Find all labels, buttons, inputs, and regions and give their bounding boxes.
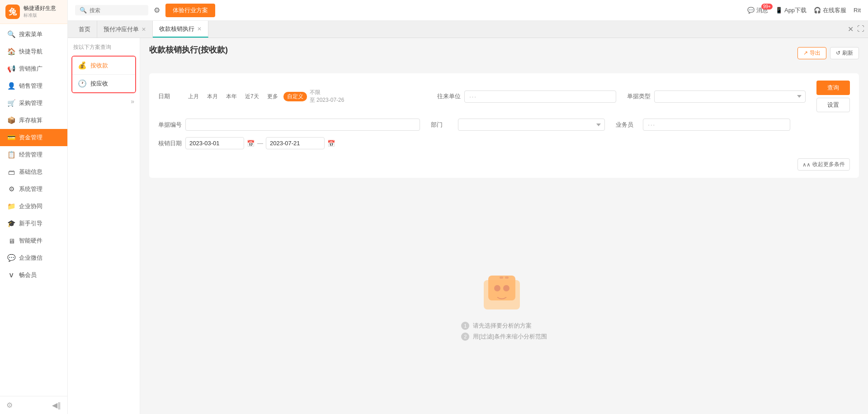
- verify-date-range: 📅 — 📅: [185, 137, 425, 149]
- verify-date-from-input[interactable]: [185, 137, 244, 149]
- doc-no-label: 单据编号: [158, 121, 182, 129]
- sidebar-item-sales[interactable]: 👤 销售管理: [0, 77, 67, 95]
- dept-label: 部门: [431, 121, 454, 129]
- sales-label: 业务员: [616, 121, 639, 129]
- counterpart-label: 往来单位: [437, 92, 461, 100]
- app-download-btn[interactable]: 📱 App下载: [775, 6, 807, 14]
- date-btn-last-month[interactable]: 上月: [185, 92, 202, 101]
- tab-prepay[interactable]: 预付冲应付单 ✕: [97, 21, 153, 38]
- svg-rect-1: [488, 276, 515, 300]
- message-btn[interactable]: 💬 消息 99+: [747, 6, 768, 14]
- sidebar-item-basic-info[interactable]: 🗃 基础信息: [0, 163, 67, 181]
- header-actions: ↗ 导出 ↺ 刷新: [797, 47, 859, 59]
- settings-btn[interactable]: 设置: [816, 98, 850, 112]
- doc-no-field: 单据编号: [158, 119, 420, 131]
- service-icon: 🎧: [814, 7, 821, 14]
- verify-date-label: 核销日期: [158, 139, 182, 148]
- filter-item-by-receivable[interactable]: 🕐 按应收: [72, 75, 135, 92]
- collapse-sidebar-icon[interactable]: ◀‖: [52, 401, 61, 409]
- sidebar-item-search[interactable]: 🔍 搜索菜单: [0, 26, 67, 43]
- sidebar-item-guide[interactable]: 🎓 新手引导: [0, 215, 67, 232]
- tabbar-controls: ✕ ⛶: [848, 25, 864, 33]
- sidebar-item-member[interactable]: V 畅会员: [0, 266, 67, 284]
- topbar-search-box[interactable]: 🔍: [75, 5, 148, 15]
- close-tab-icon[interactable]: ✕: [848, 25, 854, 33]
- basic-info-icon: 🗃: [7, 168, 15, 176]
- counterpart-input[interactable]: ···: [464, 90, 616, 103]
- sales-input[interactable]: ···: [643, 119, 790, 131]
- date-btn-more[interactable]: 更多: [264, 92, 281, 101]
- search-input[interactable]: [90, 7, 144, 14]
- verify-date-to-input[interactable]: [266, 137, 325, 149]
- collapse-row: ∧∧ 收起更多条件: [158, 158, 850, 171]
- empty-hints: 1 请先选择要分析的方案 2 用[过滤]条件来缩小分析范围: [461, 322, 547, 341]
- sidebar-item-management[interactable]: 📋 经营管理: [0, 146, 67, 163]
- collapse-filter-btn[interactable]: »: [131, 98, 134, 105]
- calendar-from-icon[interactable]: 📅: [247, 140, 255, 147]
- gear-icon[interactable]: ⚙: [154, 6, 160, 14]
- collapse-more-btn[interactable]: ∧∧ 收起更多条件: [797, 158, 850, 171]
- search-icon: 🔍: [7, 30, 15, 38]
- tab-home[interactable]: 首页: [71, 21, 97, 38]
- doc-no-input[interactable]: [185, 119, 420, 131]
- svg-rect-4: [500, 276, 503, 279]
- sidebar-item-hardware[interactable]: 🖥 智能硬件: [0, 232, 67, 249]
- form-row-3: 核销日期 📅 — 📅: [158, 137, 850, 149]
- logo-icon: 兔: [5, 5, 20, 19]
- tab-close-prepay[interactable]: ✕: [142, 26, 146, 33]
- sidebar-item-marketing[interactable]: 📢 营销推广: [0, 60, 67, 77]
- wechat-icon: 💬: [7, 254, 15, 262]
- sidebar-item-inventory[interactable]: 📦 库存核算: [0, 112, 67, 129]
- refresh-btn[interactable]: ↺ 刷新: [830, 47, 859, 59]
- sidebar-item-nav[interactable]: 🏠 快捷导航: [0, 43, 67, 60]
- export-icon: ↗: [803, 50, 808, 56]
- query-btn[interactable]: 查询: [816, 81, 850, 95]
- empty-hint-1: 1 请先选择要分析的方案: [461, 322, 547, 330]
- sidebar-item-collab[interactable]: 📁 企业协同: [0, 198, 67, 215]
- verify-date-field: 核销日期 📅 — 📅: [158, 137, 425, 149]
- sidebar-footer: ⚙ ◀‖: [0, 396, 67, 414]
- settings-icon[interactable]: ⚙: [6, 401, 13, 409]
- user-menu[interactable]: Rit: [854, 7, 861, 14]
- online-service-btn[interactable]: 🎧 在线客服: [814, 6, 846, 14]
- export-btn[interactable]: ↗ 导出: [797, 47, 826, 59]
- tab-close-receipt[interactable]: ✕: [197, 26, 202, 32]
- sidebar-nav: 🔍 搜索菜单 🏠 快捷导航 📢 营销推广 👤 销售管理 🛒 采购管理 📦 库存核…: [0, 24, 67, 396]
- filter-panel: 按以下方案查询 💰 按收款 🕐 按应收 »: [68, 38, 140, 414]
- date-btn-this-month[interactable]: 本月: [204, 92, 221, 101]
- home-icon: 🏠: [7, 48, 15, 56]
- calendar-to-icon[interactable]: 📅: [327, 140, 335, 147]
- hint-num-2: 2: [461, 333, 469, 341]
- sidebar-item-wechat[interactable]: 💬 企业微信: [0, 249, 67, 266]
- sidebar-item-purchase[interactable]: 🛒 采购管理: [0, 95, 67, 112]
- filter-title: 按以下方案查询: [71, 43, 136, 51]
- content-header: 收款核销执行(按收款) ↗ 导出 ↺ 刷新: [140, 38, 868, 66]
- sales-field: 业务员 ···: [616, 119, 790, 131]
- date-unlimit: 不限: [310, 89, 344, 96]
- date-btn-this-year[interactable]: 本年: [223, 92, 240, 101]
- date-separator: —: [257, 140, 263, 147]
- query-area: 日期 上月 本月 本年 近7天 更多 自定义 不限 至 2023-07-: [140, 66, 868, 414]
- page-title: 收款核销执行(按收款): [149, 44, 228, 55]
- doc-type-select[interactable]: [654, 90, 806, 103]
- member-icon: V: [7, 272, 15, 279]
- management-icon: 📋: [7, 151, 15, 159]
- sidebar-item-finance[interactable]: 💳 资金管理: [0, 129, 67, 146]
- date-btn-7days[interactable]: 近7天: [242, 92, 262, 101]
- query-btn-group: 查询 设置: [816, 81, 850, 112]
- counterpart-dots: ···: [469, 93, 477, 100]
- sidebar-item-system[interactable]: ⚙ 系统管理: [0, 181, 67, 198]
- date-btn-custom[interactable]: 自定义: [283, 92, 307, 101]
- date-shortcuts: 上月 本月 本年 近7天 更多 自定义 不限 至 2023-07-26: [185, 89, 344, 104]
- industry-btn[interactable]: 体验行业方案: [165, 4, 215, 17]
- marketing-icon: 📢: [7, 65, 15, 73]
- search-icon: 🔍: [80, 7, 87, 14]
- date-field: 日期 上月 本月 本年 近7天 更多 自定义 不限 至 2023-07-: [158, 89, 426, 104]
- dept-select[interactable]: [458, 119, 605, 131]
- maximize-icon[interactable]: ⛶: [857, 25, 864, 33]
- main-area: 🔍 ⚙ 体验行业方案 💬 消息 99+ 📱 App下载 🎧 在线客服 Rit: [68, 0, 868, 414]
- tab-receipt-verify[interactable]: 收款核销执行 ✕: [153, 21, 208, 38]
- content-area: 按以下方案查询 💰 按收款 🕐 按应收 » 收款核销执行(按收款): [68, 38, 868, 414]
- filter-item-by-receipt[interactable]: 💰 按收款: [72, 57, 135, 74]
- finance-icon: 💳: [7, 133, 15, 142]
